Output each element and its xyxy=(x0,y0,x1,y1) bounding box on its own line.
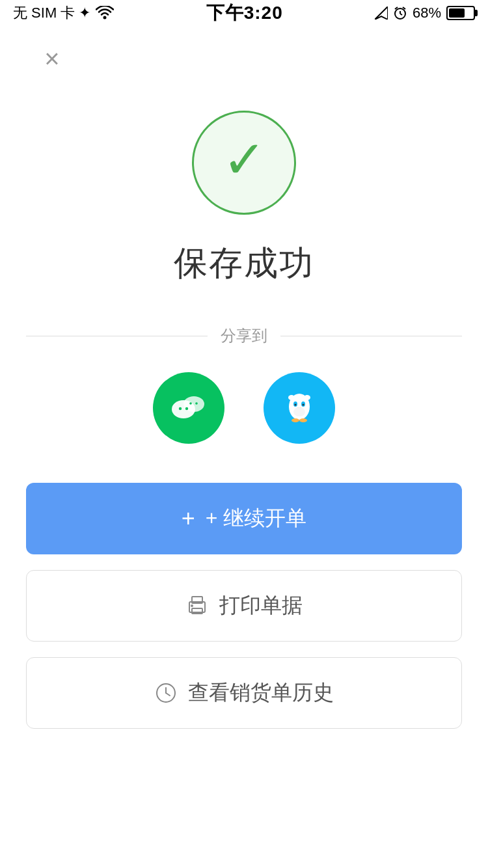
continue-button[interactable]: + + 继续开单 xyxy=(26,483,462,554)
battery-indicator xyxy=(446,6,475,20)
share-icons-row xyxy=(153,372,335,444)
print-icon xyxy=(185,594,209,617)
status-left: 无 SIM 卡 ✦ xyxy=(13,3,114,23)
svg-point-19 xyxy=(293,407,305,416)
svg-point-22 xyxy=(291,418,299,422)
svg-line-30 xyxy=(166,693,170,696)
qq-share-button[interactable] xyxy=(264,372,335,444)
wechat-share-button[interactable] xyxy=(153,372,224,444)
success-title: 保存成功 xyxy=(174,241,314,286)
status-right: 68% xyxy=(375,5,475,21)
share-divider: 分享到 xyxy=(26,325,462,346)
svg-point-23 xyxy=(299,418,307,422)
continue-label: + 继续开单 xyxy=(206,504,307,533)
history-label: 查看销货单历史 xyxy=(188,679,334,707)
svg-point-11 xyxy=(189,402,192,405)
action-buttons: + + 继续开单 打印单据 查看销货单历史 xyxy=(26,483,462,744)
close-button[interactable]: × xyxy=(33,39,72,78)
continue-plus-icon: + xyxy=(182,505,195,532)
svg-point-27 xyxy=(191,604,193,607)
status-time: 下午3:20 xyxy=(206,1,283,25)
qq-icon xyxy=(280,388,319,427)
no-sim-text: 无 SIM 卡 ✦ xyxy=(13,3,90,23)
svg-point-21 xyxy=(304,395,310,400)
status-bar: 无 SIM 卡 ✦ 下午3:20 68% xyxy=(0,0,488,26)
main-content: × ✓ 保存成功 分享到 xyxy=(0,26,488,868)
alarm-icon xyxy=(393,6,407,20)
svg-point-10 xyxy=(185,407,188,410)
wechat-icon xyxy=(168,387,210,429)
svg-point-20 xyxy=(288,395,295,400)
wifi-icon xyxy=(96,6,114,20)
svg-point-9 xyxy=(179,407,182,410)
location-icon xyxy=(375,7,388,20)
success-icon-circle: ✓ xyxy=(192,111,296,215)
svg-point-0 xyxy=(103,16,107,20)
print-button[interactable]: 打印单据 xyxy=(26,570,462,642)
divider-left xyxy=(26,336,208,336)
svg-line-4 xyxy=(400,14,402,15)
battery-percent: 68% xyxy=(413,5,441,21)
divider-right xyxy=(280,336,462,336)
svg-marker-1 xyxy=(375,7,388,20)
svg-point-12 xyxy=(195,402,198,405)
svg-point-17 xyxy=(303,404,305,406)
checkmark-icon: ✓ xyxy=(223,134,266,186)
close-icon: × xyxy=(44,46,59,72)
print-label: 打印单据 xyxy=(219,591,303,620)
history-button[interactable]: 查看销货单历史 xyxy=(26,657,462,729)
share-label: 分享到 xyxy=(221,325,267,346)
history-icon xyxy=(154,681,178,705)
svg-point-16 xyxy=(295,404,297,406)
